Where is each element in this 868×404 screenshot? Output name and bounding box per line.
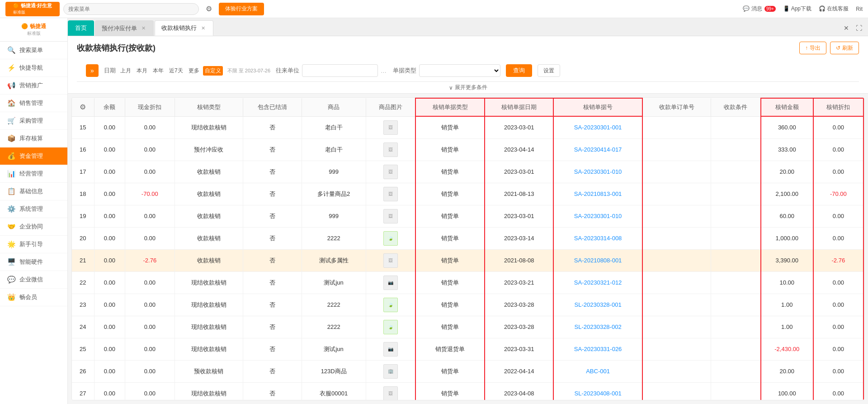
tab-receipt-verify[interactable]: 收款核销执行 ✕	[155, 20, 213, 36]
date-this-month[interactable]: 本月	[135, 66, 149, 76]
verify-bill-no-link[interactable]: SA-20230414-017	[574, 146, 622, 153]
td-receipt-order-no	[642, 161, 711, 183]
online-support-link[interactable]: 🎧 在线客服	[819, 5, 849, 13]
settings-icon[interactable]: ⚙	[203, 3, 215, 15]
verify-bill-no-link[interactable]: SA-20230321-012	[574, 279, 622, 286]
industry-solution-btn[interactable]: 体验行业方案	[219, 3, 264, 15]
tab-close-receipt[interactable]: ✕	[199, 24, 207, 32]
td-verify-bill-type: 销货单	[415, 271, 485, 294]
td-product-image: 🖼	[366, 138, 415, 161]
export-btn[interactable]: ↑ 导出	[799, 42, 826, 54]
sidebar-item-sales[interactable]: 🏠 销售管理	[0, 95, 67, 112]
export-icon: ↑	[805, 45, 808, 51]
date-last-month[interactable]: 上月	[118, 66, 133, 76]
product-image: 🍃	[383, 298, 398, 312]
page-content: 收款核销执行(按收款) ↑ 导出 ↺ 刷新 »	[68, 36, 868, 404]
verify-bill-no-link[interactable]: SL-20230328-002	[575, 323, 622, 330]
table-row: 20 0.00 0.00 收款核销 否 2222 🍃 销货单 2023-03-1…	[72, 227, 863, 249]
tab-close-prepay[interactable]: ✕	[140, 25, 147, 32]
sidebar-item-basic[interactable]: 📋 基础信息	[0, 183, 67, 200]
table-row: 17 0.00 0.00 收款核销 否 999 🖼 销货单 2023-03-01…	[72, 161, 863, 183]
query-btn[interactable]: 查询	[506, 64, 532, 77]
td-verify-bill-date: 2021-08-13	[485, 183, 554, 205]
td-product: 测试jun	[302, 338, 366, 360]
sidebar-item-hardware[interactable]: 🖥️ 智能硬件	[0, 253, 67, 271]
td-balance: 0.00	[94, 138, 125, 161]
sidebar-item-quick-nav[interactable]: ⚡ 快捷导航	[0, 59, 67, 77]
sidebar-item-wechat[interactable]: 💬 企业微信	[0, 271, 67, 289]
sidebar-item-system[interactable]: ⚙️ 系统管理	[0, 200, 67, 218]
product-image: 🖼	[383, 253, 398, 268]
td-verify-discount: 0.00	[813, 360, 863, 382]
td-verify-amount: 333.00	[761, 138, 813, 161]
tab-expand-btn[interactable]: ⛶	[854, 23, 864, 33]
from-unit-input[interactable]	[302, 64, 378, 77]
td-verify-amount: 10.00	[761, 271, 813, 294]
th-balance: 余额	[94, 98, 125, 116]
td-verify-bill-type: 销货单	[415, 138, 485, 161]
sidebar-item-finance[interactable]: 💰 资金管理	[0, 147, 67, 165]
basic-icon: 📋	[7, 187, 16, 195]
bill-type-select[interactable]: 销货单 销货退货单	[419, 64, 500, 77]
verify-bill-no-link[interactable]: SA-20230331-026	[574, 346, 622, 352]
refresh-btn[interactable]: ↺ 刷新	[830, 42, 859, 54]
app-logo: 🟠 畅捷通·好生意 标准版	[5, 2, 60, 16]
top-search-input[interactable]	[63, 3, 199, 15]
td-verify-type: 现结收款核销	[175, 316, 243, 338]
td-product-image: 🖼	[366, 205, 415, 227]
verify-bill-no-link[interactable]: SA-20230314-008	[574, 235, 622, 242]
td-verify-bill-date: 2023-03-31	[485, 338, 554, 360]
sidebar-item-operations[interactable]: 📊 经营管理	[0, 165, 67, 183]
td-balance: 0.00	[94, 249, 125, 271]
table-row: 24 0.00 0.00 现结收款核销 否 2222 🍃 销货单 2023-03…	[72, 316, 863, 338]
tab-home[interactable]: 首页	[68, 20, 94, 36]
sidebar-item-guide[interactable]: 🌟 新手引导	[0, 236, 67, 253]
table-row: 26 0.00 0.00 预收款核销 否 123D商品 🏢 销货单 2022-0…	[72, 360, 863, 382]
verify-bill-no-link[interactable]: SA-20230301-010	[574, 168, 622, 175]
th-include-settled: 包含已结清	[243, 98, 302, 116]
td-verify-bill-no: SL-20230408-001	[553, 382, 642, 400]
date-7days[interactable]: 近7天	[167, 66, 185, 76]
sidebar-item-purchase[interactable]: 🛒 采购管理	[0, 112, 67, 130]
td-product-image: 📷	[366, 271, 415, 294]
tab-prepay[interactable]: 预付冲应付单 ✕	[95, 20, 154, 36]
filter-expand-btn[interactable]: »	[86, 64, 99, 77]
td-no: 24	[72, 316, 94, 338]
app-download-link[interactable]: 📱 App下载	[783, 5, 811, 13]
verify-bill-no-link[interactable]: SA-20230301-001	[574, 124, 622, 131]
guide-icon: 🌟	[7, 240, 16, 248]
date-more[interactable]: 更多	[187, 66, 201, 76]
settings-btn[interactable]: 设置	[538, 64, 560, 77]
td-balance: 0.00	[94, 360, 125, 382]
date-custom[interactable]: 自定义	[203, 66, 223, 76]
verify-bill-no-link[interactable]: SA-20210813-001	[574, 190, 622, 197]
sidebar-item-collab[interactable]: 🤝 企业协同	[0, 218, 67, 236]
sidebar-item-search[interactable]: 🔍 搜索菜单	[0, 42, 67, 59]
th-product: 商品	[302, 98, 366, 116]
sidebar-item-member[interactable]: 👑 畅会员	[0, 289, 67, 306]
sidebar-item-inventory[interactable]: 📦 库存核算	[0, 130, 67, 147]
verify-bill-no-link[interactable]: SA-20230301-010	[574, 213, 622, 219]
td-verify-type: 现结收款核销	[175, 294, 243, 316]
verify-bill-no-link[interactable]: SL-20230328-001	[575, 301, 622, 308]
date-this-year[interactable]: 本年	[151, 66, 165, 76]
table-body: 15 0.00 0.00 现结收款核销 否 老白干 🖼 销货单 2023-03-…	[72, 116, 863, 400]
product-image: 🖼	[383, 187, 398, 201]
finance-icon: 💰	[7, 152, 16, 160]
from-unit-label: 往来单位	[276, 67, 299, 75]
more-conditions-row[interactable]: ∨ 展开更多条件	[77, 82, 859, 93]
verify-bill-no-link[interactable]: SL-20230408-001	[575, 390, 622, 397]
td-verify-bill-no: SA-20230414-017	[553, 138, 642, 161]
td-verify-bill-date: 2023-04-08	[485, 382, 554, 400]
td-verify-discount: 0.00	[813, 227, 863, 249]
notification-area[interactable]: 💬 消息 99+	[743, 5, 776, 13]
sidebar-item-label: 企业协同	[19, 223, 43, 231]
verify-bill-no-link[interactable]: ABC-001	[586, 368, 610, 375]
tab-close-window-btn[interactable]: ✕	[841, 23, 852, 33]
th-settings[interactable]: ⚙	[72, 98, 94, 116]
sidebar-item-label: 销售管理	[19, 99, 43, 107]
user-name[interactable]: Rit	[856, 6, 863, 12]
verify-bill-no-link[interactable]: SA-20210808-001	[574, 257, 622, 264]
sidebar-item-marketing[interactable]: 📢 营销推广	[0, 77, 67, 95]
td-include-settled: 否	[243, 316, 302, 338]
